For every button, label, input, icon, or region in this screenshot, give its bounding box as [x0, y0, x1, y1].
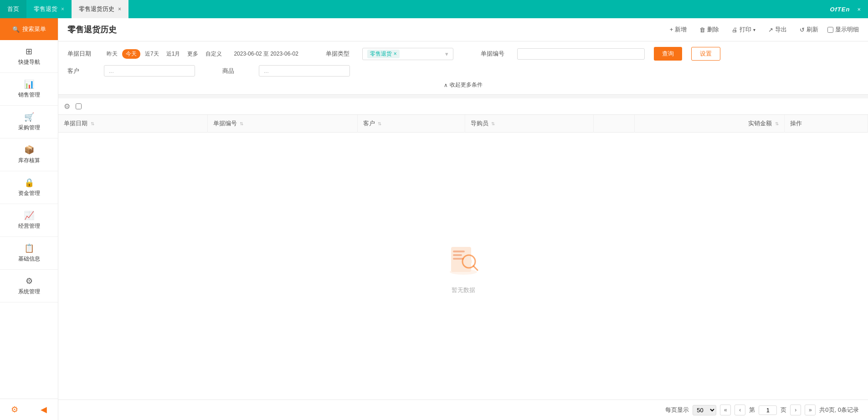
page-prev-btn[interactable]: ‹	[734, 405, 745, 415]
tab-retail-return-history-label: 零售退货历史	[79, 5, 114, 13]
sidebar-item-inventory-label: 库存核算	[18, 157, 40, 164]
delete-label: 删除	[707, 26, 719, 34]
table-gear-icon[interactable]: ⚙	[64, 102, 70, 111]
sidebar-collapse-btn[interactable]: ◀	[41, 405, 47, 415]
export-btn[interactable]: ↗ 导出	[765, 24, 791, 36]
col-amount-label: 实销金额	[748, 120, 772, 127]
page-first-btn[interactable]: «	[720, 405, 731, 415]
page-last-btn[interactable]: »	[805, 405, 816, 415]
type-tag: 零售退货 ×	[367, 50, 400, 58]
type-tag-close[interactable]: ×	[394, 51, 397, 57]
sidebar-item-operations-label: 经营管理	[18, 222, 40, 230]
finance-icon: 🔒	[24, 178, 34, 188]
table-select-all[interactable]	[76, 103, 82, 109]
header-actions: + 新增 🗑 删除 🖨 打印 ▾ ↗ 导出 ↺ 刷新	[666, 24, 859, 36]
quick-nav-icon: ⊞	[26, 46, 32, 56]
sidebar-item-purchase-label: 采购管理	[18, 124, 40, 132]
tab-retail-return-history[interactable]: 零售退货历史 ×	[72, 0, 128, 18]
date-custom[interactable]: 自定义	[203, 49, 225, 59]
refresh-icon: ↺	[800, 26, 805, 33]
sidebar-settings-btn[interactable]: ⚙	[11, 405, 18, 415]
customer-input-area[interactable]: ...	[104, 65, 195, 77]
window-close-btn[interactable]: ×	[857, 6, 861, 13]
date-today[interactable]: 今天	[122, 49, 140, 59]
type-filter-label: 单据类型	[326, 50, 353, 58]
sidebar-item-inventory[interactable]: 📦 库存核算	[0, 138, 58, 171]
sidebar-item-sales-label: 销售管理	[18, 91, 40, 99]
sidebar-item-quick-nav[interactable]: ⊞ 快捷导航	[0, 40, 58, 73]
show-detail-label: 显示明细	[835, 26, 859, 34]
sidebar-search-label: 搜索菜单	[22, 25, 46, 33]
date-filter-label: 单据日期	[67, 50, 95, 58]
sidebar-item-basic-info[interactable]: 📋 基础信息	[0, 237, 58, 270]
col-date[interactable]: 单据日期 ⇅	[58, 115, 207, 133]
type-tag-value: 零售退货	[370, 50, 392, 58]
empty-text: 暂无数据	[452, 286, 475, 294]
collapse-label: 收起更多条件	[450, 81, 483, 89]
tab-retail-return-history-close[interactable]: ×	[118, 6, 121, 12]
refresh-btn[interactable]: ↺ 刷新	[796, 24, 822, 36]
empty-illustration	[443, 238, 484, 279]
delete-icon: 🗑	[699, 26, 705, 33]
print-label: 打印	[740, 26, 751, 34]
tab-retail-return[interactable]: 零售退货 ×	[26, 0, 72, 18]
sidebar-item-purchase-mgmt[interactable]: 🛒 采购管理	[0, 106, 58, 138]
col-date-label: 单据日期	[64, 120, 87, 127]
col-no[interactable]: 单据编号 ⇅	[207, 115, 357, 133]
svg-line-6	[473, 266, 478, 270]
per-page-select[interactable]: 10 20 50 100	[693, 405, 716, 415]
show-detail-checkbox[interactable]	[827, 27, 833, 33]
goods-input-area[interactable]: ...	[259, 65, 350, 77]
page-input[interactable]	[759, 405, 777, 415]
col-guide-sort-icon: ⇅	[491, 121, 495, 126]
date-yesterday[interactable]: 昨天	[104, 49, 120, 59]
sidebar-item-system-label: 系统管理	[18, 288, 40, 296]
tab-retail-return-close[interactable]: ×	[61, 6, 64, 12]
query-btn[interactable]: 查询	[654, 47, 682, 61]
table-toolbar: ⚙	[58, 98, 868, 115]
sidebar-item-system-mgmt[interactable]: ⚙ 系统管理	[0, 270, 58, 302]
sidebar-item-quick-nav-label: 快捷导航	[18, 58, 40, 66]
brand-name: OfTEn	[830, 6, 850, 13]
col-amount[interactable]: 实销金额 ⇅	[634, 115, 784, 133]
col-no-sort-icon: ⇅	[240, 121, 243, 126]
sidebar-item-basic-info-label: 基础信息	[18, 255, 40, 263]
tab-home[interactable]: 首页	[0, 0, 26, 18]
page-label: 第	[749, 406, 755, 414]
svg-rect-3	[453, 254, 462, 256]
setting-btn[interactable]: 设置	[691, 47, 720, 61]
date-7days[interactable]: 近7天	[142, 49, 162, 59]
date-more[interactable]: 更多	[185, 49, 201, 59]
sidebar-search[interactable]: 🔍 搜索菜单	[0, 18, 58, 40]
col-spacer	[593, 115, 634, 133]
sidebar-item-finance[interactable]: 🔒 资金管理	[0, 171, 58, 204]
collapse-btn[interactable]: ∧ 收起更多条件	[67, 81, 859, 89]
new-btn[interactable]: + 新增	[666, 24, 690, 36]
tab-retail-return-label: 零售退货	[34, 5, 57, 13]
col-no-label: 单据编号	[213, 120, 237, 127]
page-next-btn[interactable]: ›	[790, 405, 801, 415]
filter-area: 单据日期 昨天 今天 近7天 近1月 更多 自定义 2023-06-02 至 2…	[58, 41, 868, 95]
sidebar-item-operations[interactable]: 📈 经营管理	[0, 204, 58, 237]
voucher-no-input[interactable]	[517, 48, 645, 60]
svg-rect-2	[453, 251, 465, 252]
col-amount-sort-icon: ⇅	[775, 121, 779, 126]
print-icon: 🖨	[732, 26, 738, 33]
sidebar-item-sales-mgmt[interactable]: 📊 销售管理	[0, 73, 58, 106]
page-title: 零售退货历史	[67, 24, 666, 35]
show-detail-checkbox-label[interactable]: 显示明细	[827, 26, 859, 34]
col-customer[interactable]: 客户 ⇅	[357, 115, 465, 133]
purchase-icon: 🛒	[24, 112, 34, 122]
col-guide[interactable]: 导购员 ⇅	[465, 115, 593, 133]
print-btn[interactable]: 🖨 打印 ▾	[728, 24, 759, 36]
content-area: 零售退货历史 + 新增 🗑 删除 🖨 打印 ▾ ↗ 导出 ↺	[58, 18, 868, 420]
table-header-row: 单据日期 ⇅ 单据编号 ⇅ 客户 ⇅ 导购员 ⇅	[58, 115, 868, 133]
type-selector[interactable]: 零售退货 × ▾	[362, 48, 453, 60]
inventory-icon: 📦	[24, 145, 34, 155]
top-bar-right: OfTEn ×	[830, 6, 868, 13]
table-area: ⚙ 单据日期 ⇅ 单据编号 ⇅ 客户	[58, 98, 868, 400]
col-ops-label: 操作	[790, 120, 802, 127]
date-1month[interactable]: 近1月	[164, 49, 183, 59]
per-page-label: 每页显示	[665, 406, 689, 414]
delete-btn[interactable]: 🗑 删除	[696, 24, 723, 36]
